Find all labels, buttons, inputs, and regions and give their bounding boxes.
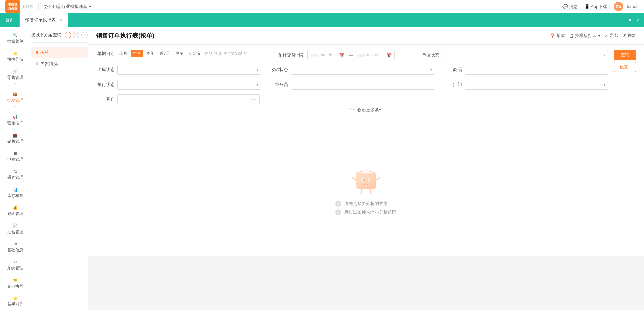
goods-select[interactable]: ··· <box>465 65 608 75</box>
sidebar-item-enterprise[interactable]: 🤝 企业协同 <box>0 274 31 293</box>
refresh-btn[interactable]: ↺ 刷新 <box>622 33 636 39</box>
date-tab-lastmonth[interactable]: 上月 <box>117 50 129 57</box>
filter-group-dept: 部门 ▾ <box>443 80 608 90</box>
export-btn[interactable]: ↗ 导出 <box>604 33 618 39</box>
payment-select[interactable]: ▾ <box>291 65 435 75</box>
user-area[interactable]: Ea demo2 <box>614 2 639 11</box>
sidebar-item-ecommerce[interactable]: 🖥 电商管理 <box>0 148 31 166</box>
export-icon: ↗ <box>604 33 608 38</box>
empty-illustration <box>349 162 383 195</box>
dept-select[interactable]: ▾ <box>465 80 608 90</box>
salesperson-dots-icon: ··· <box>426 82 432 87</box>
sidebar-item-finance[interactable]: 💰 资金管理 <box>0 202 31 220</box>
date-tab-thismonth[interactable]: 本月 <box>131 50 143 57</box>
tab-home[interactable]: 首页 <box>0 13 20 27</box>
sidebar-item-retail[interactable]: 🛒 零售管理 ▾ <box>0 66 31 89</box>
date-tab-custom[interactable]: 自定义 <box>187 50 203 57</box>
svg-point-4 <box>369 179 371 181</box>
gray-dot <box>36 62 38 65</box>
svg-line-5 <box>352 178 356 180</box>
sidebar-search-label: 搜索菜单 <box>7 39 23 44</box>
search-icon: 🔍 <box>13 33 18 38</box>
tip-num-2: 2 <box>335 209 341 215</box>
content-area: 销售订单执行表(按单) ❓ 帮助 🖨 按模板打印 ▾ ↗ 导出 ↺ 刷新 <box>88 27 644 310</box>
add-scheme-btn[interactable]: + <box>65 32 71 38</box>
sidebar-enterprise-label: 企业协同 <box>7 283 23 289</box>
status-select[interactable]: ▾ <box>442 50 608 60</box>
help-btn[interactable]: ❓ 帮助 <box>550 33 565 39</box>
empty-tip-2: 2 用过滤条件来缩小分析范围 <box>335 209 396 215</box>
settings-btn[interactable]: 设置 <box>614 62 636 72</box>
logo-sub: 标准版 <box>23 4 33 9</box>
tab-close-btn[interactable]: ✕ <box>59 18 62 22</box>
tab-sales-execution[interactable]: 销售订单执行表 ✕ <box>20 13 68 27</box>
operation-icon: 📈 <box>13 223 18 228</box>
header-left: 畅捷通 好生意 标准版 办公用品行业模拟账套 ▾ <box>5 0 91 14</box>
date-tabs: 上月 本月 本年 近7天 更多 自定义 <box>117 50 203 57</box>
status-chevron-icon: ▾ <box>604 53 605 57</box>
expected-date-start[interactable]: yyyy-mm-dd 📅 <box>307 50 347 60</box>
status-label: 单据状态 <box>421 52 439 58</box>
scheme-item-qiankuan[interactable]: 欠货情况 <box>31 58 88 69</box>
salesperson-select[interactable]: ··· <box>291 80 435 90</box>
quicknav-icon: ⭐ <box>13 51 18 56</box>
sidebar-item-wholesale[interactable]: 📦 批发管理 ▴ <box>0 89 31 111</box>
exec-select[interactable]: ▾ <box>117 80 261 90</box>
sidebar-item-system[interactable]: ⚙ 系统管理 <box>0 256 31 274</box>
sidebar-search[interactable]: 🔍 搜索菜单 <box>0 30 31 48</box>
calendar-end-icon: 📅 <box>386 53 392 58</box>
payment-chevron-icon: ▾ <box>430 68 432 72</box>
tip-2-text: 用过滤条件来缩小分析范围 <box>344 209 396 215</box>
customer-select[interactable]: ··· <box>117 94 260 104</box>
customer-dots-icon: ··· <box>251 97 257 102</box>
collapse-up-icon: ⌃⌃ <box>348 108 356 113</box>
tab-close-window-icon[interactable]: ✕ <box>628 17 632 23</box>
dept-label: 部门 <box>443 82 462 88</box>
collapse-btn[interactable]: ⌃⌃ 收起更多条件 <box>348 107 383 113</box>
date-tab-last7[interactable]: 近7天 <box>158 50 172 57</box>
expected-date-end[interactable]: yyyy-mm-dd 📅 <box>355 50 395 60</box>
scheme-item-anpan[interactable]: 按单 <box>31 47 88 58</box>
edit-scheme-btn[interactable]: ✎ <box>73 32 79 38</box>
sidebar-sales-label: 销售管理 <box>7 139 23 144</box>
retail-icon: 🛒 <box>13 69 18 74</box>
date-tab-thisyear[interactable]: 本年 <box>144 50 156 57</box>
logo-line2: 好生意 <box>8 7 17 11</box>
query-btn[interactable]: 查询 <box>614 50 636 60</box>
sidebar-item-purchase[interactable]: 🛍 采购管理 <box>0 166 31 184</box>
sidebar-item-operation[interactable]: 📈 经营管理 <box>0 220 31 238</box>
sidebar-item-basic[interactable]: 🗂 基础信息 <box>0 238 31 256</box>
page-actions: ❓ 帮助 🖨 按模板打印 ▾ ↗ 导出 ↺ 刷新 <box>550 33 636 43</box>
message-icon: 💬 <box>562 4 568 9</box>
sidebar-item-sales[interactable]: 💼 销售管理 <box>0 130 31 148</box>
sidebar-wholesale-label: 批发管理 <box>7 98 23 103</box>
sidebar-item-marketing[interactable]: 📢 营销推广 <box>0 111 31 130</box>
newbie-icon: 🌟 <box>13 296 18 301</box>
app-logo: 畅捷通 好生意 <box>5 0 20 14</box>
breadcrumb-selector[interactable]: 办公用品行业模拟账套 ▾ <box>44 4 91 10</box>
date-tab-more[interactable]: 更多 <box>173 50 185 57</box>
print-btn[interactable]: 🖨 按模板打印 ▾ <box>569 33 600 39</box>
collapse-scheme-btn[interactable]: « <box>81 32 88 38</box>
sidebar-item-inventory[interactable]: 📊 库存核算 <box>0 184 31 202</box>
sidebar-item-newbie[interactable]: 🌟 新手引导 <box>0 293 31 310</box>
exec-chevron-icon: ▾ <box>257 83 258 87</box>
sidebar-marketing-label: 营销推广 <box>7 120 23 126</box>
goods-label: 商品 <box>443 67 462 73</box>
shipment-select[interactable]: ▾ <box>117 65 261 75</box>
tab-bar-actions: ✕ ⤢ <box>628 17 644 23</box>
left-panel: 按以下方案查询 + ✎ « 按单 欠货情况 <box>31 27 88 310</box>
enterprise-icon: 🤝 <box>13 278 18 282</box>
tab-expand-icon[interactable]: ⤢ <box>636 17 640 23</box>
filter-group-status: 单据状态 ▾ <box>421 50 608 60</box>
inventory-icon: 📊 <box>13 187 18 192</box>
sidebar-quick-nav[interactable]: ⭐ 快捷导航 <box>0 48 31 66</box>
shipment-chevron-icon: ▾ <box>257 68 258 72</box>
message-btn[interactable]: 💬 消息 <box>562 4 578 10</box>
filter-row-2: 出库状态 ▾ 收款状态 ▾ <box>96 65 608 75</box>
filter-group-expected-date: 预计交货日期 yyyy-mm-dd 📅 — yyyy-mm-dd 📅 <box>278 50 413 60</box>
finance-icon: 💰 <box>13 205 18 210</box>
app-download-label: App下载 <box>591 4 607 9</box>
app-download-btn[interactable]: 📱 App下载 <box>584 4 607 10</box>
filter-group-dandate: 单据日期 上月 本月 本年 近7天 更多 自定义 <box>96 50 270 57</box>
